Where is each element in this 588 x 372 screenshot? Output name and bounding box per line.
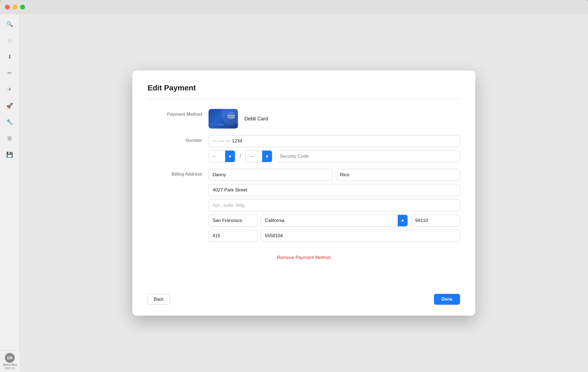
user-bar[interactable]: DR Danny Rico $350.33 <box>0 350 20 372</box>
apt-input[interactable] <box>209 199 460 211</box>
phone-number-input[interactable] <box>261 230 460 242</box>
user-balance: $350.33 <box>5 367 15 370</box>
number-label: Number <box>148 135 202 143</box>
payment-method-content: ···· 1234 Debit Card <box>209 109 460 129</box>
name-row <box>209 169 460 181</box>
area-code-input[interactable] <box>209 230 258 242</box>
expiry-slash: / <box>238 153 242 160</box>
payment-method-fields: ···· 1234 Debit Card <box>209 109 460 129</box>
close-button[interactable] <box>5 5 10 10</box>
billing-address-fields: California <box>209 169 460 242</box>
sidebar-search-icon[interactable]: 🔍 <box>5 20 14 28</box>
street-input[interactable] <box>209 184 460 196</box>
city-input[interactable] <box>209 215 258 227</box>
sidebar: 🔍 ☆ ⬇ ✏ ✈ 🚀 🔧 ⊞ 💾 DR Danny Rico $350.33 <box>0 14 20 372</box>
payment-method-label: Payment Method <box>148 109 202 117</box>
modal-footer: Back Done <box>148 287 460 305</box>
last-name-input[interactable] <box>336 169 460 181</box>
window: 🔍 ☆ ⬇ ✏ ✈ 🚀 🔧 ⊞ 💾 DR Danny Rico $350.33 … <box>0 0 588 372</box>
security-code-input[interactable] <box>275 150 460 162</box>
city-state-zip-row: California <box>209 215 460 227</box>
back-button[interactable]: Back <box>148 294 170 305</box>
expiry-month-stepper[interactable]: ·· <box>209 150 235 162</box>
minimize-button[interactable] <box>13 5 17 10</box>
sidebar-download-icon[interactable]: ⬇ <box>5 52 14 61</box>
payment-method-row: Payment Method <box>148 109 460 129</box>
expiry-year-value: ···· <box>246 154 262 159</box>
billing-address-row: Billing Address <box>148 169 460 242</box>
expiry-year-stepper[interactable]: ···· <box>246 150 272 162</box>
divider <box>148 99 460 99</box>
sidebar-rocket-icon[interactable]: 🚀 <box>5 101 14 110</box>
phone-row <box>209 230 460 242</box>
card-thumbnail: ···· 1234 <box>209 109 238 129</box>
card-dots: ···· 1234 <box>211 123 235 126</box>
card-number-row: Number ·· <box>148 135 460 162</box>
remove-payment-section: Remove Payment Method <box>148 248 460 263</box>
done-button[interactable]: Done <box>434 294 460 305</box>
sidebar-brush-icon[interactable]: ✏ <box>5 69 14 77</box>
state-dropdown-btn[interactable] <box>398 215 408 227</box>
state-select[interactable]: California <box>261 215 408 227</box>
sidebar-send-icon[interactable]: ✈ <box>5 85 14 94</box>
card-number-input[interactable] <box>209 135 460 147</box>
card-type-label: Debit Card <box>244 116 268 122</box>
expiry-row: ·· / ···· <box>209 150 460 162</box>
modal-title: Edit Payment <box>148 84 460 92</box>
sidebar-save-icon[interactable]: 💾 <box>5 150 14 159</box>
title-bar <box>0 0 588 14</box>
maximize-button[interactable] <box>20 5 25 10</box>
expiry-month-value: ·· <box>209 154 225 159</box>
main-area: Edit Payment Payment Method <box>20 14 588 372</box>
zip-input[interactable] <box>411 215 460 227</box>
user-name: Danny Rico <box>3 363 17 366</box>
edit-payment-modal: Edit Payment Payment Method <box>132 71 475 316</box>
number-fields: ·· / ···· <box>209 135 460 162</box>
remove-payment-link[interactable]: Remove Payment Method <box>277 255 331 260</box>
expiry-year-stepper-btn[interactable] <box>262 150 272 162</box>
sidebar-star-icon[interactable]: ☆ <box>5 36 14 45</box>
sidebar-tool-icon[interactable]: 🔧 <box>5 118 14 126</box>
expiry-month-stepper-btn[interactable] <box>225 150 235 162</box>
avatar: DR <box>5 353 15 363</box>
card-chip <box>228 115 235 118</box>
billing-address-label: Billing Address <box>148 169 202 177</box>
first-name-input[interactable] <box>209 169 333 181</box>
form-section: Payment Method <box>148 109 460 287</box>
sidebar-grid-icon[interactable]: ⊞ <box>5 134 14 143</box>
state-value: California <box>261 218 398 223</box>
